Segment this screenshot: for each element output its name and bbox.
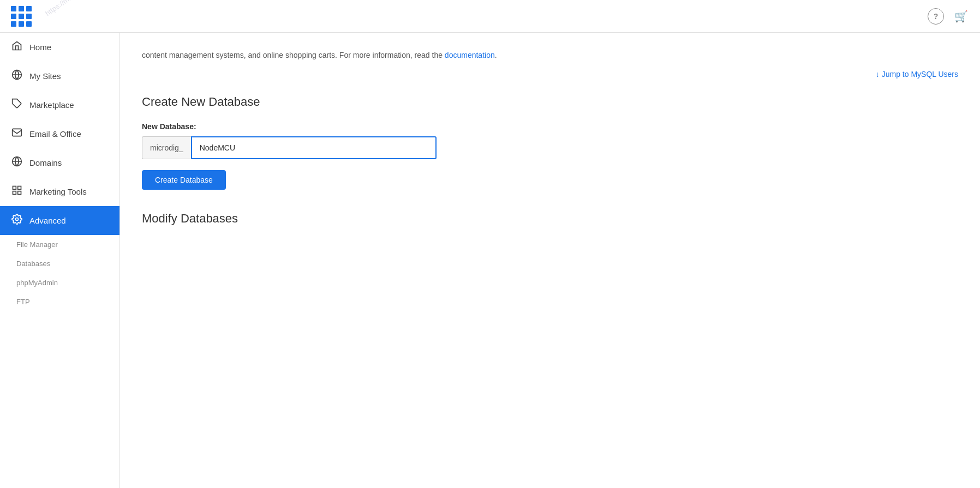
sidebar-subitem-databases[interactable]: Databases xyxy=(0,254,119,273)
layout: Home My Sites Marketplace xyxy=(0,33,980,488)
sidebar-label-domains: Domains xyxy=(29,158,62,167)
jump-to-mysql-users-link[interactable]: ↓ Jump to MySQL Users xyxy=(142,70,958,79)
create-new-database-title: Create New Database xyxy=(142,95,958,109)
sidebar-item-my-sites[interactable]: My Sites xyxy=(0,62,119,91)
topbar-right: ? 🛒 xyxy=(928,8,969,25)
topbar: ? 🛒 xyxy=(0,0,980,33)
sidebar-item-advanced[interactable]: Advanced xyxy=(0,206,119,235)
sidebar-item-home[interactable]: Home xyxy=(0,33,119,62)
db-prefix: microdig_ xyxy=(142,136,191,159)
sidebar-item-marketing-tools[interactable]: Marketing Tools xyxy=(0,177,119,206)
svg-rect-2 xyxy=(13,129,22,136)
documentation-link[interactable]: documentation xyxy=(445,51,495,59)
database-name-input[interactable] xyxy=(191,136,437,159)
new-database-label: New Database: xyxy=(142,122,958,131)
sidebar-label-advanced: Advanced xyxy=(29,216,66,225)
gear-icon xyxy=(11,214,23,227)
help-icon[interactable]: ? xyxy=(928,8,944,25)
sidebar-label-my-sites: My Sites xyxy=(29,71,61,81)
sidebar-subitem-phpmyadmin[interactable]: phpMyAdmin xyxy=(0,273,119,292)
create-database-button[interactable]: Create Database xyxy=(142,170,226,190)
modify-databases-title: Modify Databases xyxy=(142,212,958,226)
sidebar-item-domains[interactable]: Domains xyxy=(0,148,119,177)
globe-icon xyxy=(11,156,23,170)
svg-rect-4 xyxy=(13,186,16,190)
tag-icon xyxy=(11,98,23,112)
svg-rect-5 xyxy=(18,186,21,190)
home-icon xyxy=(11,40,23,54)
svg-point-8 xyxy=(16,218,19,221)
sidebar-label-email-office: Email & Office xyxy=(29,129,81,138)
grid-icon[interactable] xyxy=(11,6,32,27)
sidebar-item-email-office[interactable]: Email & Office xyxy=(0,119,119,148)
database-input-row: microdig_ xyxy=(142,136,958,159)
envelope-icon xyxy=(11,127,23,141)
marketing-icon xyxy=(11,185,23,198)
cart-icon[interactable]: 🛒 xyxy=(953,8,969,25)
svg-rect-7 xyxy=(18,191,21,195)
sidebar: Home My Sites Marketplace xyxy=(0,33,120,488)
sidebar-item-marketplace[interactable]: Marketplace xyxy=(0,91,119,119)
sidebar-label-marketplace: Marketplace xyxy=(29,100,74,110)
description-text: content management systems, and online s… xyxy=(142,49,958,61)
wordpress-icon xyxy=(11,69,23,83)
main-content: content management systems, and online s… xyxy=(120,33,980,488)
sidebar-label-home: Home xyxy=(29,43,51,52)
sidebar-subitem-ftp[interactable]: FTP xyxy=(0,292,119,311)
svg-rect-6 xyxy=(13,191,16,195)
sidebar-label-marketing-tools: Marketing Tools xyxy=(29,187,87,196)
sidebar-subitem-file-manager[interactable]: File Manager xyxy=(0,235,119,254)
